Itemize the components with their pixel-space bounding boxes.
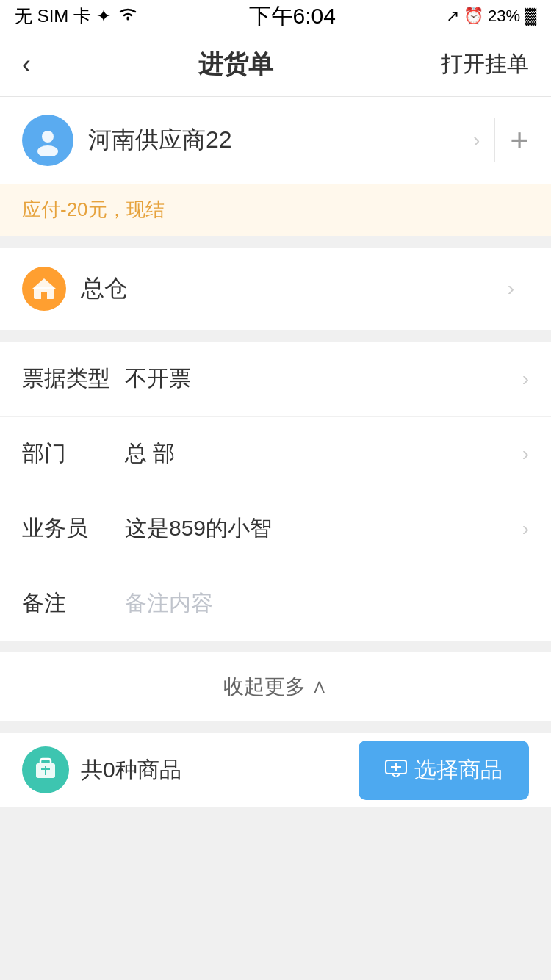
select-product-label: 选择商品 (414, 755, 503, 785)
supplier-avatar (22, 115, 73, 166)
add-button[interactable]: + (510, 124, 529, 156)
department-label: 部门 (22, 439, 125, 469)
department-row[interactable]: 部门 总 部 › (0, 417, 551, 491)
supplier-name: 河南供应商22 (88, 124, 473, 156)
nav-bar: ‹ 进货单 打开挂单 (0, 32, 551, 97)
status-bar: 无 SIM 卡 ✦ 下午6:04 ↗ ⏰ 23% ▓ (0, 0, 551, 32)
divider (494, 118, 495, 162)
salesman-value: 这是859的小智 (125, 514, 522, 544)
invoice-value: 不开票 (125, 364, 522, 394)
product-count: 共0种商品 (81, 755, 359, 785)
svg-marker-3 (32, 278, 56, 289)
supplier-row[interactable]: 河南供应商22 › + (0, 97, 551, 184)
warehouse-row[interactable]: 总仓 › (0, 248, 551, 330)
battery-icon: ▓ (525, 7, 536, 26)
collapse-label: 收起更多 ∧ (223, 673, 328, 701)
remark-input[interactable]: 备注内容 (125, 588, 529, 619)
remark-label: 备注 (22, 588, 125, 619)
back-button[interactable]: ‹ (22, 49, 31, 80)
salesman-chevron-icon: › (522, 517, 529, 541)
remark-row[interactable]: 备注 备注内容 (0, 566, 551, 641)
alarm-icon: ⏰ (464, 7, 483, 26)
select-product-icon (385, 757, 407, 782)
svg-point-0 (42, 131, 54, 143)
status-right: ↗ ⏰ 23% ▓ (446, 7, 536, 26)
supplier-chevron-icon: › (473, 129, 480, 152)
product-icon (22, 746, 69, 793)
sim-status: 无 SIM 卡 ✦ (15, 4, 111, 28)
salesman-row[interactable]: 业务员 这是859的小智 › (0, 491, 551, 566)
collapse-row[interactable]: 收起更多 ∧ (0, 652, 551, 721)
select-product-button[interactable]: 选择商品 (359, 741, 529, 800)
form-section: 票据类型 不开票 › 部门 总 部 › 业务员 这是859的小智 › 备注 备注… (0, 342, 551, 641)
location-icon: ↗ (446, 7, 459, 26)
warehouse-chevron-icon: › (508, 277, 514, 300)
notice-bar: 应付-20元，现结 (0, 184, 551, 236)
department-value: 总 部 (125, 439, 522, 469)
status-time: 下午6:04 (249, 1, 336, 32)
open-pending-button[interactable]: 打开挂单 (441, 49, 529, 79)
warehouse-name: 总仓 (81, 273, 508, 305)
battery-label: 23% (488, 7, 520, 26)
page-title: 进货单 (198, 48, 273, 82)
invoice-type-row[interactable]: 票据类型 不开票 › (0, 342, 551, 417)
svg-point-1 (37, 145, 58, 156)
bottom-bar: 共0种商品 选择商品 (0, 733, 551, 807)
status-left: 无 SIM 卡 ✦ (15, 4, 139, 28)
salesman-label: 业务员 (22, 514, 125, 544)
invoice-label: 票据类型 (22, 364, 125, 394)
department-chevron-icon: › (522, 442, 529, 466)
warehouse-icon (22, 267, 66, 311)
wifi-icon (117, 6, 139, 26)
svg-rect-4 (41, 292, 47, 299)
invoice-chevron-icon: › (522, 367, 529, 391)
